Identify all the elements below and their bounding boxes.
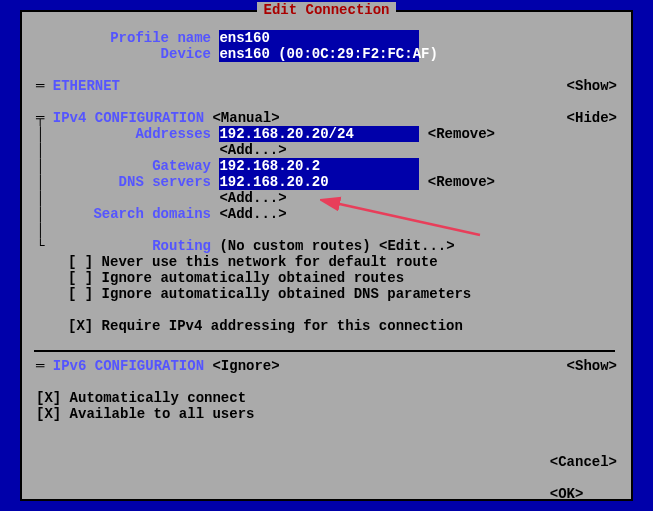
ipv6-toggle[interactable]: <Show>	[567, 358, 617, 374]
ipv4-section: IPv4 CONFIGURATION	[53, 110, 204, 126]
routing-edit-button[interactable]: <Edit...>	[379, 238, 455, 254]
cancel-button[interactable]: <Cancel>	[550, 454, 617, 470]
dialog-frame: Edit Connection Profile name ens160 Devi…	[20, 10, 633, 501]
dialog-title: Edit Connection	[257, 2, 395, 18]
dns-add-button[interactable]: <Add...>	[219, 190, 286, 206]
ipv4-toggle[interactable]: <Hide>	[567, 110, 617, 126]
dns-label: DNS servers	[36, 174, 211, 190]
search-domains-label: Search domains	[36, 206, 211, 222]
section-marker: ═	[36, 78, 53, 94]
divider	[34, 350, 615, 352]
addresses-label: Addresses	[36, 126, 211, 142]
search-add-button[interactable]: <Add...>	[219, 206, 286, 222]
ethernet-section: ETHERNET	[53, 78, 120, 94]
auto-connect-checkbox[interactable]: [X] Automatically connect	[36, 390, 246, 406]
require-ipv4-checkbox[interactable]: [X] Require IPv4 addressing for this con…	[68, 318, 463, 334]
ipv6-section: IPv6 CONFIGURATION	[53, 358, 204, 374]
gateway-field[interactable]: 192.168.20.2	[219, 158, 419, 174]
dns-remove-button[interactable]: <Remove>	[428, 174, 495, 190]
address-add-button[interactable]: <Add...>	[219, 142, 286, 158]
routing-label: Routing	[36, 238, 211, 254]
gateway-label: Gateway	[36, 158, 211, 174]
never-default-route-checkbox[interactable]: [ ] Never use this network for default r…	[68, 254, 438, 270]
section-marker: ╤	[36, 110, 53, 126]
dialog-content: Profile name ens160 Device ens160 (00:0C…	[36, 30, 617, 489]
ignore-routes-checkbox[interactable]: [ ] Ignore automatically obtained routes	[68, 270, 404, 286]
profile-name-label: Profile name	[36, 30, 211, 46]
available-all-users-checkbox[interactable]: [X] Available to all users	[36, 406, 254, 422]
section-marker: ═	[36, 358, 53, 374]
address-remove-button[interactable]: <Remove>	[428, 126, 495, 142]
device-field[interactable]: ens160 (00:0C:29:F2:FC:AF)	[219, 46, 419, 62]
address-field[interactable]: 192.168.20.20/24	[219, 126, 419, 142]
dns-field[interactable]: 192.168.20.20	[219, 174, 419, 190]
ignore-dns-checkbox[interactable]: [ ] Ignore automatically obtained DNS pa…	[68, 286, 471, 302]
profile-name-field[interactable]: ens160	[219, 30, 419, 46]
ipv6-mode[interactable]: <Ignore>	[212, 358, 279, 374]
routing-value: (No custom routes)	[219, 238, 370, 254]
ok-button[interactable]: <OK>	[550, 486, 584, 502]
device-label: Device	[36, 46, 211, 62]
ethernet-toggle[interactable]: <Show>	[567, 78, 617, 94]
tree-line: │││││││└	[36, 126, 44, 254]
ipv4-mode[interactable]: <Manual>	[212, 110, 279, 126]
